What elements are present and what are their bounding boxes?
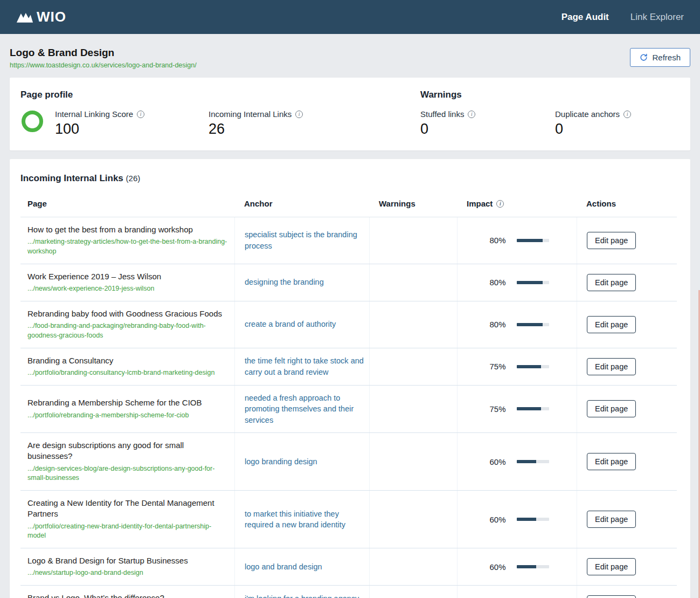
row-anchor-link[interactable]: designing the branding — [245, 277, 364, 288]
metric-value: 100 — [55, 121, 209, 138]
impact-cell: 60% — [457, 433, 577, 490]
actions-cell: Edit page — [577, 386, 677, 433]
logo[interactable]: WIO — [16, 9, 66, 25]
nav-link-explorer[interactable]: Link Explorer — [630, 12, 684, 23]
table-row: Rebranding baby food with Goodness Graci… — [20, 301, 677, 348]
metric-duplicate-anchors: Duplicate anchors 0 — [555, 109, 690, 138]
refresh-button[interactable]: Refresh — [630, 48, 690, 67]
metric-label: Internal Linking Score — [55, 109, 133, 119]
info-icon[interactable] — [295, 111, 303, 118]
anchor-cell: logo and brand design — [234, 548, 369, 585]
warnings-cell — [369, 217, 457, 264]
row-anchor-link[interactable]: i'm looking for a branding agency to cre… — [245, 593, 364, 598]
impact-bar-fill — [517, 281, 543, 284]
impact-bar — [517, 460, 549, 463]
page-cell: Logo & Brand Design for Startup Business… — [20, 548, 234, 585]
impact-cell: 75% — [457, 348, 577, 385]
row-anchor-link[interactable]: specialist subject is the branding proce… — [245, 229, 364, 251]
warnings-cell — [369, 386, 457, 433]
impact-percent: 80% — [490, 320, 510, 329]
anchor-cell: to market this initiative they required … — [234, 491, 369, 548]
column-header-impact: Impact — [457, 196, 577, 217]
impact-bar — [517, 323, 549, 326]
edit-page-button[interactable]: Edit page — [587, 232, 636, 249]
actions-cell: Edit page — [577, 433, 677, 490]
info-icon[interactable] — [496, 200, 504, 208]
row-page-path[interactable]: .../marketing-strategy-articles/how-to-g… — [27, 237, 229, 257]
impact-cell: 60% — [457, 491, 577, 548]
row-page-path[interactable]: .../design-services-blog/are-design-subs… — [27, 464, 229, 484]
warnings-cell — [369, 348, 457, 385]
info-icon[interactable] — [623, 111, 631, 118]
impact-cell: 80% — [457, 301, 577, 348]
warnings-title: Warnings — [420, 90, 690, 100]
row-anchor-link[interactable]: needed a fresh approach to promoting the… — [245, 393, 364, 426]
impact-cell: 50% — [457, 586, 577, 598]
warnings-cell — [369, 548, 457, 585]
impact-percent: 75% — [490, 404, 510, 414]
edit-page-button[interactable]: Edit page — [587, 358, 636, 375]
table-header: Page Anchor Warnings Impact Actions — [20, 196, 677, 217]
metric-label: Incoming Internal Links — [209, 109, 292, 119]
edit-page-button[interactable]: Edit page — [587, 595, 636, 598]
row-anchor-link[interactable]: logo and brand design — [245, 561, 364, 573]
row-page-path[interactable]: .../portfolio/branding-consultancy-lcmb-… — [27, 368, 229, 378]
anchor-cell: needed a fresh approach to promoting the… — [234, 386, 369, 433]
edit-page-button[interactable]: Edit page — [587, 453, 636, 470]
edit-page-button[interactable]: Edit page — [587, 316, 636, 333]
table-row: Branding a Consultancy .../portfolio/bra… — [20, 348, 677, 386]
row-page-path[interactable]: .../food-branding-and-packaging/rebrandi… — [27, 321, 229, 341]
row-page-title: Work Experience 2019 – Jess Wilson — [27, 271, 229, 282]
actions-cell: Edit page — [577, 586, 677, 598]
impact-cell: 80% — [457, 217, 577, 264]
metric-stuffed-links: Stuffed links 0 — [420, 109, 555, 138]
row-anchor-link[interactable]: to market this initiative they required … — [245, 508, 364, 531]
impact-percent: 75% — [490, 362, 510, 371]
actions-cell: Edit page — [577, 491, 677, 548]
row-anchor-link[interactable]: the time felt right to take stock and ca… — [245, 355, 364, 377]
anchor-cell: specialist subject is the branding proce… — [234, 217, 369, 264]
refresh-label: Refresh — [652, 53, 681, 62]
impact-percent: 60% — [490, 457, 510, 466]
edit-page-button[interactable]: Edit page — [587, 511, 636, 528]
page-cell: Rebranding baby food with Goodness Graci… — [20, 301, 234, 348]
impact-bar — [517, 407, 549, 410]
info-icon[interactable] — [137, 111, 144, 118]
row-page-path[interactable]: .../news/work-experience-2019-jess-wilso… — [27, 284, 229, 294]
impact-bar-fill — [517, 365, 541, 368]
row-page-title: Branding a Consultancy — [27, 355, 229, 366]
impact-percent: 80% — [490, 278, 510, 287]
edit-page-button[interactable]: Edit page — [587, 558, 636, 575]
impact-bar-fill — [517, 239, 543, 242]
incoming-links-card: Incoming Internal Links (26) Page Anchor… — [10, 159, 690, 598]
table-row: Rebranding a Membership Scheme for the C… — [20, 386, 677, 434]
page-cell: Branding a Consultancy .../portfolio/bra… — [20, 348, 234, 385]
row-page-path[interactable]: .../portfolio/creating-new-brand-identit… — [27, 522, 229, 541]
impact-bar-fill — [517, 323, 543, 326]
row-page-path[interactable]: .../portfolio/rebranding-a-membership-sc… — [27, 411, 229, 421]
nav-page-audit[interactable]: Page Audit — [562, 12, 609, 23]
edit-page-button[interactable]: Edit page — [587, 274, 636, 291]
table-row: Creating a New Identity for The Dental M… — [20, 491, 677, 548]
row-anchor-link[interactable]: create a brand of authority — [245, 319, 364, 330]
column-header-page: Page — [20, 196, 234, 217]
score-ring-icon — [20, 109, 44, 135]
info-icon[interactable] — [468, 111, 475, 118]
row-page-title: Logo & Brand Design for Startup Business… — [27, 555, 229, 566]
impact-cell: 80% — [457, 264, 577, 301]
row-page-title: Rebranding a Membership Scheme for the C… — [27, 397, 229, 408]
edit-page-button[interactable]: Edit page — [587, 400, 636, 417]
actions-cell: Edit page — [577, 548, 677, 585]
actions-cell: Edit page — [577, 264, 677, 301]
warnings-cell — [369, 586, 457, 598]
actions-cell: Edit page — [577, 301, 677, 348]
row-page-path[interactable]: .../news/startup-logo-and-brand-design — [27, 568, 229, 578]
anchor-cell: i'm looking for a branding agency to cre… — [234, 586, 369, 598]
anchor-cell: designing the branding — [234, 264, 369, 301]
table-row: Work Experience 2019 – Jess Wilson .../n… — [20, 264, 677, 301]
impact-bar — [517, 565, 549, 568]
page-url[interactable]: https://www.toastdesign.co.uk/services/l… — [10, 61, 197, 69]
table-row: Brand vs Logo. What’s the difference? ..… — [20, 586, 677, 598]
row-anchor-link[interactable]: logo branding design — [245, 456, 364, 468]
impact-bar-fill — [517, 565, 536, 568]
